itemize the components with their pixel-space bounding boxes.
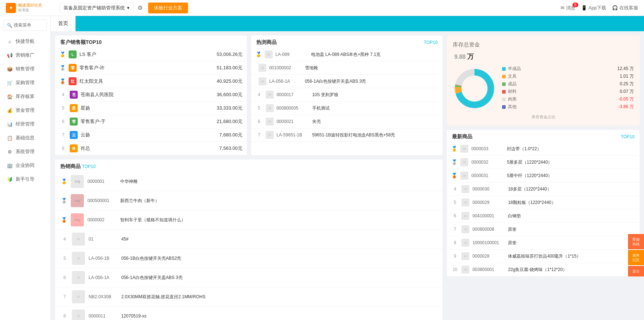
rank-num: 7 <box>60 132 67 138</box>
rank-num: 6 <box>451 213 458 218</box>
product-name: 2.0X30MM双搓花轴.搓花直径2.1MM/ROHS <box>121 294 437 300</box>
product-code: LA-056-1A <box>269 79 302 84</box>
message-btn[interactable]: ✉ 消息 6 <box>561 5 575 11</box>
customer-amount: 40,925.00元 <box>217 78 242 85</box>
rank-num: 9 <box>451 254 458 259</box>
sidebar-item-guide[interactable]: 🔰新手引导 <box>0 172 50 186</box>
tab-home[interactable]: 首页 <box>51 16 76 31</box>
new-products-panel: 最新商品 TOP10 🥇 Ai 0000033 封边带（1.0*22） 🥈 Ai… <box>447 130 640 276</box>
customer-amount: 53,006.26元 <box>217 51 242 58</box>
sidebar-item-purchase[interactable]: 🛒采购管理 <box>0 76 50 90</box>
system-selector[interactable]: 装备及固定资产辅助管理系统 ▾ <box>60 3 134 13</box>
customer-ranking-panel: 客户销售额TOP10 🥇 L LS 客户 53,006.26元 🥈 零 零售客户… <box>55 36 247 155</box>
product-name: 18多层（1220*2440） <box>508 186 635 192</box>
product-name: 原奎 <box>508 226 635 233</box>
gear-button[interactable]: ⚙ <box>135 3 145 13</box>
product-thumbnail: img <box>71 213 84 226</box>
rank-num: 4 <box>256 92 263 97</box>
product-code: 0000029 <box>472 200 505 205</box>
customer-avatar: 零 <box>70 118 78 126</box>
nav-icon-inventory: 🏠 <box>7 94 13 99</box>
product-name: 原奎 <box>508 240 635 246</box>
legend-dot <box>502 90 506 94</box>
nav-icon-sales: 📦 <box>7 66 13 72</box>
legend-dot <box>502 75 506 78</box>
customer-rank-item: 🥈 零 零售客户-许 51,183.00元 <box>55 61 247 75</box>
product-code: 0000017 <box>277 92 309 97</box>
product-name: 封边带（1.0*22） <box>507 146 635 152</box>
new-products-list: 🥇 Ai 0000033 封边带（1.0*22） 🥈 Ai 0000032 5厘… <box>447 142 640 276</box>
trial-button[interactable]: 体验行业方案 <box>148 3 188 13</box>
customer-amount: 7,563.00元 <box>219 145 242 152</box>
search-menu-btn[interactable]: 🔍 搜索菜单 <box>4 20 47 31</box>
nav-icon-marketing: 📢 <box>7 53 13 58</box>
app-download-btn[interactable]: 📱 App下载 <box>581 5 606 11</box>
sidebar-item-operations[interactable]: 📊经营管理 <box>0 117 50 131</box>
product-thumb: Ai <box>258 77 266 85</box>
hot-viewed-item: 5 Ai 000800005 手机测试 <box>251 102 443 115</box>
hot-viewed-item: 7 Ai LA-59651-1B 59651-1B旋转投影灯电池盒ABS黑色+5… <box>251 128 443 142</box>
legend-value: 12.45 万 <box>616 66 634 72</box>
product-thumb: Ai <box>460 172 468 180</box>
product-code: 0000028 <box>472 254 505 259</box>
sidebar-item-enterprise[interactable]: 🏢企业协同 <box>0 159 50 172</box>
sidebar-item-inventory[interactable]: 🏠库存核算 <box>0 90 50 103</box>
product-thumb: Ai <box>266 118 274 126</box>
customer-avatar: 肖 <box>70 144 78 152</box>
hot-sales-list: 🥇 img 0000001 中华神雕 🥈 img 000500001 新西兰牛肉… <box>55 172 443 320</box>
inventory-chart-label: 库存资金占比 <box>453 114 634 120</box>
product-thumb: Ai <box>461 225 469 233</box>
sidebar-item-sales[interactable]: 📦销售管理 <box>0 62 50 76</box>
customer-avatar: 云 <box>70 131 78 139</box>
left-columns: 客户销售额TOP10 🥇 L LS 客户 53,006.26元 🥈 零 零售客户… <box>55 36 443 320</box>
sidebar-item-marketing[interactable]: 📢营销推广 <box>0 48 50 62</box>
desk-btn[interactable]: 直台 <box>628 266 644 276</box>
donut-chart <box>453 67 496 110</box>
product-name: 体威荔枝味苏打饮品400毫升（1*15） <box>508 253 635 259</box>
online-service-btn[interactable]: 🎧 在线客服 <box>612 5 638 11</box>
customer-amount: 33,333.00元 <box>217 105 242 111</box>
sidebar-item-system[interactable]: ⚙系统管理 <box>0 145 50 159</box>
customer-ranking-list: 🥇 L LS 客户 53,006.26元 🥈 零 零售客户-许 51,183.0… <box>55 48 247 155</box>
hot-sales-item: 6 Ai LA-056-1A 056-1A白色按键开关盖ABS 3壳 <box>55 268 443 287</box>
rank-num: 6 <box>60 119 67 124</box>
legend-value: 1.01 万 <box>616 73 634 79</box>
rank-medal: 🥈 <box>61 198 67 204</box>
hot-sales-top10: TOP10 <box>82 164 96 169</box>
sidebar: 🔍 搜索菜单 ⌂快捷导航📢营销推广📦销售管理🛒采购管理🏠库存核算💰资金管理📊经营… <box>0 16 51 320</box>
top-right-actions: ✉ 消息 6 📱 App下载 🎧 在线客服 <box>561 5 638 11</box>
product-thumb: Ai <box>460 145 468 153</box>
customer-rank-item: 🥇 L LS 客户 53,006.26元 <box>55 48 247 61</box>
sidebar-item-quick-nav[interactable]: ⌂快捷导航 <box>0 34 50 48</box>
product-thumb: Ai <box>461 266 469 274</box>
right-column: 库存总资金 9.88万 <box>447 36 640 320</box>
legend-value: -3.86 万 <box>616 104 634 110</box>
customer-rank-item: 6 零 零售客户-于 21,680.00元 <box>55 115 247 128</box>
rank-medal: 🥇 <box>60 52 66 57</box>
sidebar-item-basic[interactable]: 📋基础信息 <box>0 131 50 145</box>
hot-viewed-item: 4 Ai 0000017 10S 变刹罗狼 <box>251 88 443 102</box>
service-community-btn[interactable]: 服务社区 <box>628 250 644 265</box>
service-hotline-btn[interactable]: 客服热线 <box>628 234 644 249</box>
nav-icon-quick-nav: ⌂ <box>7 39 13 44</box>
inventory-panel: 库存总资金 9.88万 <box>447 36 640 126</box>
rank-num: 7 <box>61 294 68 299</box>
product-name: 中华神雕 <box>120 179 437 185</box>
legend-item: 成品 0.25 万 <box>502 81 634 87</box>
rank-num: 5 <box>60 106 67 111</box>
hot-viewed-item: 6 Ai 0000021 夹壳 <box>251 115 443 128</box>
nav-icon-basic: 📋 <box>7 135 13 141</box>
legend-dot <box>502 98 506 101</box>
headset-icon: 🎧 <box>612 5 618 11</box>
product-thumbnail: Ai <box>72 233 85 246</box>
product-code: 0000031 <box>471 173 504 178</box>
product-name: 雪地靴 <box>305 65 439 71</box>
product-name: 18颗粒板（1220*2440） <box>508 200 635 206</box>
hot-viewed-item: Ai LA-056-1A 056-1A白色按键开关盖ABS 3壳 <box>251 75 443 88</box>
inventory-legend: 半成品 12.45 万 文具 1.01 万 成品 0.25 万 材料 0.07 … <box>502 66 634 111</box>
rank-num: 5 <box>256 106 263 111</box>
product-thumb: Ai <box>461 252 469 260</box>
legend-item: 文具 1.01 万 <box>502 73 634 79</box>
hot-sales-item: 4 Ai 01 45# <box>55 230 443 249</box>
sidebar-item-finance[interactable]: 💰资金管理 <box>0 103 50 117</box>
